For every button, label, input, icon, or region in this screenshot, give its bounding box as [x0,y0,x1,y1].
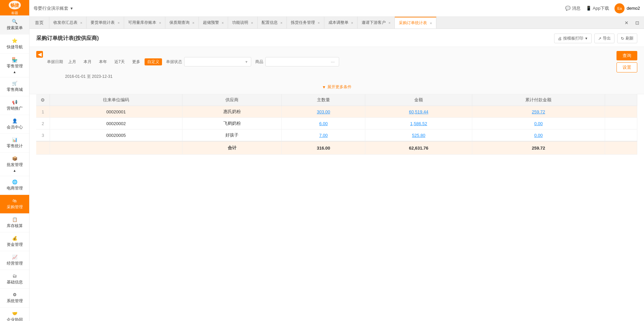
this-month-button[interactable]: 本月 [80,58,95,66]
sidebar-item-quick[interactable]: ⭐ 快捷导航 [0,35,29,54]
amount-link[interactable]: 60,519.44 [409,109,428,114]
tab-close-peizhi[interactable]: × [280,21,282,25]
col-qty-header: 主数量 [282,94,365,106]
tab-fullscreen-button[interactable]: ⊡ [633,19,641,27]
tab-close-gongneng[interactable]: × [251,21,253,25]
col-gear-header[interactable]: ⚙ [36,94,50,106]
sidebar-item-search[interactable]: 🔍 搜索菜单 [0,15,29,35]
tab-close-panhuo[interactable]: × [318,21,320,25]
tab-keyong[interactable]: 可用量库存账本 × [124,17,165,29]
7days-button[interactable]: 近7天 [111,58,128,66]
col-unit-code-header: 往来单位编码 [50,94,182,106]
sidebar-item-retail[interactable]: 🏪 零售管理 ▲ [0,54,29,77]
paid-link[interactable]: 0.00 [534,133,543,138]
paid-link[interactable]: 0.00 [534,121,543,126]
sidebar-item-marketing[interactable]: 📢 营销推广 [0,96,29,115]
goods-input[interactable]: ··· [265,57,339,66]
print-dropdown-icon: ▼ [585,37,588,40]
tab-close-yaoqing[interactable]: × [388,21,390,25]
sidebar-item-purchase[interactable]: 🛍 采购管理 [0,195,29,214]
sidebar-item-member-label: 会员中心 [7,124,23,130]
tab-shoufa[interactable]: 收发存汇总表 × [49,17,87,29]
this-year-button[interactable]: 本年 [96,58,110,66]
export-icon: ↗ [598,36,601,41]
settings-button[interactable]: 设置 [616,62,637,72]
tab-close-caigou[interactable]: × [430,21,432,25]
collapse-button[interactable]: ◀ [36,51,43,58]
query-button[interactable]: 查询 [616,51,637,60]
footer-label: 合计 [182,141,282,155]
sidebar-item-ecom[interactable]: 🌐 电商管理 [0,176,29,195]
expand-button[interactable]: ▼ 展开更多条件 [322,84,352,90]
paid-link[interactable]: 259.72 [532,109,545,114]
batch-icon: 📦 [12,156,17,161]
filter-row: 单据日期 上月 本月 本年 近7天 更多 自定义 [47,51,637,72]
amount-link[interactable]: 525.80 [412,133,425,138]
tab-gongneng[interactable]: 功能说明 × [228,17,257,29]
sidebar-item-search-label: 搜索菜单 [7,25,23,31]
tab-yaohuo[interactable]: 要货单统计表 × [87,17,124,29]
retail-icon: 🏪 [12,57,17,62]
refresh-button[interactable]: ↻ 刷新 [617,34,637,43]
tab-close-chao[interactable]: × [222,21,224,25]
sidebar-item-finance[interactable]: 💰 资金管理 [0,232,29,251]
tab-panhuo[interactable]: 拣货任务管理 × [287,17,324,29]
export-button[interactable]: ↗ 导出 [594,34,614,43]
qty-link[interactable]: 7.00 [319,133,328,138]
company-selector[interactable]: 母婴行业演示账套 ▼ [34,5,73,11]
page-title: 采购订单统计表(按供应商) [36,35,99,42]
more-date-button[interactable]: 更多 [129,58,143,66]
sidebar-item-basic[interactable]: 🗂 基础信息 [0,270,29,289]
topbar-left: 母婴行业演示账套 ▼ [34,5,73,11]
tab-close-baozhi[interactable]: × [192,21,194,25]
custom-date-button[interactable]: 自定义 [145,58,162,65]
shop-icon: 🛒 [12,81,17,86]
tab-yaoqing[interactable]: 邀请下游客户 × [358,17,395,29]
tab-chao[interactable]: 超储预警 × [199,17,228,29]
expand-icon: ▼ [322,85,326,90]
sidebar-item-batch[interactable]: 📦 批发管理 ▲ [0,153,29,176]
sidebar-item-inventory-label: 库存核算 [7,223,23,229]
tab-caigou[interactable]: 采购订单统计表 × [395,17,436,29]
goods-label: 商品 [255,59,263,65]
tab-home[interactable]: 首页 [30,17,49,29]
sidebar-item-collab[interactable]: 🤝 企业协同 [0,308,29,321]
tab-close-keyong[interactable]: × [159,21,161,25]
gear-icon[interactable]: ⚙ [41,97,45,103]
tab-baozhi[interactable]: 保质期查询 × [165,17,199,29]
message-button[interactable]: 💬 消息 [565,5,581,11]
date-range-text: 2016-01-01 至 2023-12-31 [65,74,112,79]
sidebar-item-ops[interactable]: 📈 经营管理 [0,251,29,270]
date-range-row: 2016-01-01 至 2023-12-31 [47,74,637,79]
sidebar-item-retail-stat[interactable]: 📊 零售统计 [0,134,29,153]
tab-chengben[interactable]: 成本调整单 × [324,17,358,29]
qty-link[interactable]: 303.00 [317,109,330,114]
message-icon: 💬 [565,6,571,11]
chevron-down-icon-batch: ▲ [13,169,16,172]
sidebar-item-inventory[interactable]: 📋 库存核算 [0,214,29,232]
col-amount-header: 金额 [365,94,472,106]
sidebar-item-retail-shop[interactable]: 🛒 零售商城 [0,77,29,96]
table-row: 1 00020001 惠氏奶粉 303.00 60,519.44 259.72 [36,106,637,118]
user-menu[interactable]: Ea demo2 [614,3,640,13]
tab-peizhi[interactable]: 配置信息 × [258,17,287,29]
company-title: 母婴行业演示账套 [34,5,68,11]
tab-close-shoufa[interactable]: × [80,21,82,25]
tabbar: 首页 收发存汇总表 × 要货单统计表 × 可用量库存账本 × 保质期查询 × 超… [30,17,644,29]
last-month-button[interactable]: 上月 [65,58,79,66]
amount-link[interactable]: 1,586.52 [410,121,427,126]
print-button[interactable]: 🖨 按模板打印 ▼ [554,34,592,43]
system-icon: ⚙ [13,292,17,297]
tab-close-chengben[interactable]: × [351,21,353,25]
sidebar-item-system[interactable]: ⚙ 系统管理 [0,289,29,308]
tab-close-all-button[interactable]: ✕ [623,19,631,27]
tab-close-yaohuo[interactable]: × [117,21,119,25]
svg-text:畅捷: 畅捷 [10,3,19,8]
sidebar-item-member[interactable]: 👤 会员中心 [0,115,29,134]
app-download-button[interactable]: 📱 App下载 [586,5,609,11]
qty-value: 303.00 [282,106,365,118]
status-select[interactable]: ▼ [184,57,251,66]
qty-link[interactable]: 6.00 [319,121,328,126]
date-filter: 单据日期 上月 本月 本年 近7天 更多 自定义 [47,58,162,66]
ellipsis-icon[interactable]: ··· [329,59,336,64]
